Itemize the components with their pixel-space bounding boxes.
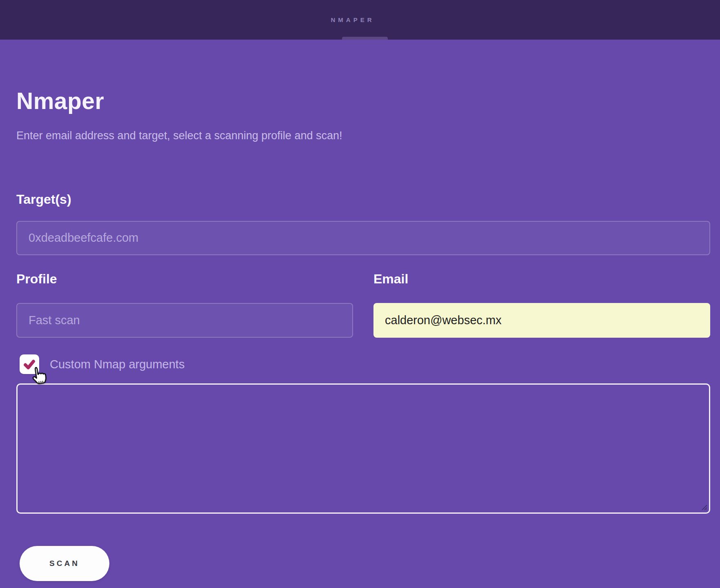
custom-args-checkbox[interactable]: [20, 354, 39, 374]
top-header: NMAPER: [0, 0, 720, 40]
page-title: Nmaper: [16, 88, 710, 115]
targets-input[interactable]: [16, 221, 710, 255]
header-brand: NMAPER: [331, 16, 374, 23]
profile-label: Profile: [16, 271, 353, 287]
email-input[interactable]: [373, 303, 710, 338]
custom-args-textarea[interactable]: [16, 383, 710, 514]
checkmark-icon: [22, 357, 36, 371]
main-content: Nmaper Enter email address and target, s…: [0, 40, 720, 581]
profile-email-row: Profile Email: [16, 271, 710, 338]
scan-button[interactable]: SCAN: [20, 546, 109, 581]
nmaper-app: NMAPER Nmaper Enter email address and ta…: [0, 0, 720, 588]
email-label: Email: [373, 271, 710, 287]
header-notch: [342, 37, 388, 40]
page-subtitle: Enter email address and target, select a…: [16, 129, 710, 142]
profile-column: Profile: [16, 271, 353, 338]
custom-args-row: Custom Nmap arguments: [20, 354, 710, 374]
profile-select[interactable]: [16, 303, 353, 338]
targets-label: Target(s): [16, 192, 710, 207]
email-column: Email: [373, 271, 710, 338]
custom-args-textarea-wrap: [16, 383, 710, 514]
custom-args-label: Custom Nmap arguments: [50, 358, 184, 371]
